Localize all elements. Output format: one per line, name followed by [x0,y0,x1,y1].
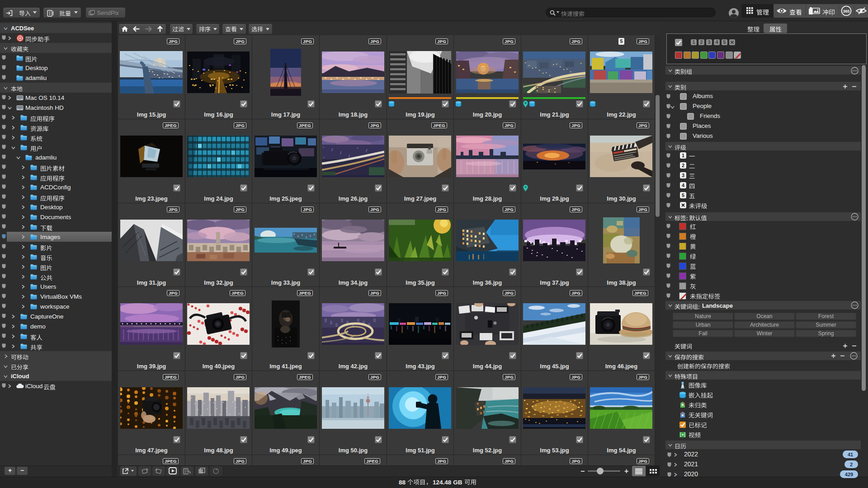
svg-text:365: 365 [843,9,849,14]
